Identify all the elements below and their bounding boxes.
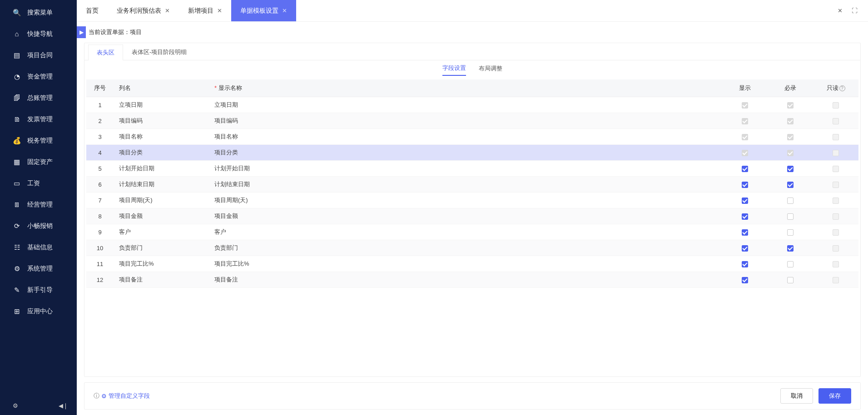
checkbox[interactable] bbox=[742, 182, 748, 188]
table-row[interactable]: 12项目备注项目备注 bbox=[86, 272, 858, 288]
panel-tab-0[interactable]: 表头区 bbox=[88, 44, 123, 60]
fields-table: 序号 列名 显示名称 显示 必录 只读? 1立项日期立项日期2项目编码项目编码3… bbox=[86, 79, 858, 288]
cell-display[interactable]: 项目名称 bbox=[209, 129, 722, 145]
checkbox[interactable] bbox=[742, 245, 748, 252]
cell-seq: 6 bbox=[86, 177, 114, 193]
sidebar-item-0[interactable]: 🔍搜索菜单 bbox=[0, 2, 77, 23]
cell-required bbox=[768, 240, 813, 256]
save-button[interactable]: 保存 bbox=[818, 388, 851, 404]
table-row[interactable]: 6计划结束日期计划结束日期 bbox=[86, 177, 858, 193]
footer: ⓘ ⚙管理自定义字段 取消 保存 bbox=[84, 382, 861, 410]
table-row[interactable]: 1立项日期立项日期 bbox=[86, 97, 858, 113]
sub-tab-0[interactable]: 字段设置 bbox=[442, 64, 466, 76]
checkbox[interactable] bbox=[787, 245, 794, 252]
sidebar-item-label: 工资 bbox=[27, 179, 40, 188]
checkbox[interactable] bbox=[742, 277, 748, 283]
sidebar-icon: 💰 bbox=[13, 137, 21, 145]
tab-3[interactable]: 单据模板设置✕ bbox=[231, 0, 296, 21]
cell-name: 项目编码 bbox=[114, 113, 209, 129]
checkbox[interactable] bbox=[787, 166, 794, 172]
sidebar-item-1[interactable]: ⌂快捷导航 bbox=[0, 23, 77, 44]
table-row[interactable]: 4项目分类项目分类 bbox=[86, 145, 858, 161]
help-icon[interactable]: ? bbox=[839, 85, 845, 91]
checkbox[interactable] bbox=[787, 277, 794, 283]
cell-required bbox=[768, 145, 813, 161]
checkbox bbox=[833, 134, 839, 140]
sidebar-item-3[interactable]: ◔资金管理 bbox=[0, 66, 77, 87]
collapse-icon[interactable]: ◀❘ bbox=[59, 402, 66, 410]
checkbox[interactable] bbox=[742, 213, 748, 220]
fullscreen-icon[interactable]: ⛶ bbox=[848, 5, 861, 17]
table-row[interactable]: 5计划开始日期计划开始日期 bbox=[86, 161, 858, 177]
checkbox[interactable] bbox=[742, 229, 748, 236]
sidebar-item-6[interactable]: 💰税务管理 bbox=[0, 130, 77, 151]
checkbox[interactable] bbox=[742, 198, 748, 204]
cell-display[interactable]: 立项日期 bbox=[209, 97, 722, 113]
sidebar-item-9[interactable]: 🗏经营管理 bbox=[0, 194, 77, 215]
settings-icon[interactable]: ⚙ bbox=[13, 402, 20, 410]
table-row[interactable]: 2项目编码项目编码 bbox=[86, 113, 858, 129]
checkbox[interactable] bbox=[742, 166, 748, 172]
table-row[interactable]: 10负责部门负责部门 bbox=[86, 240, 858, 256]
checkbox[interactable] bbox=[787, 261, 794, 267]
sidebar-item-10[interactable]: ⟳小畅报销 bbox=[0, 215, 77, 237]
table-row[interactable]: 9客户客户 bbox=[86, 224, 858, 240]
tab-1[interactable]: 业务利润预估表✕ bbox=[108, 0, 179, 21]
cell-name: 项目分类 bbox=[114, 145, 209, 161]
checkbox[interactable] bbox=[787, 229, 794, 236]
tab-2[interactable]: 新增项目✕ bbox=[179, 0, 231, 21]
tab-label: 业务利润预估表 bbox=[117, 7, 161, 15]
sidebar-item-8[interactable]: ▭工资 bbox=[0, 173, 77, 194]
panel-tab-1[interactable]: 表体区-项目阶段明细 bbox=[123, 44, 195, 60]
tab-0[interactable]: 首页 bbox=[77, 0, 108, 21]
close-icon[interactable]: ✕ bbox=[217, 7, 222, 14]
sidebar-item-5[interactable]: 🗎发票管理 bbox=[0, 109, 77, 130]
sidebar: 🔍搜索菜单⌂快捷导航▤项目合同◔资金管理🗐总账管理🗎发票管理💰税务管理▦固定资产… bbox=[0, 0, 77, 415]
table-row[interactable]: 11项目完工比%项目完工比% bbox=[86, 256, 858, 272]
sidebar-item-2[interactable]: ▤项目合同 bbox=[0, 44, 77, 66]
sidebar-icon: ⟳ bbox=[13, 222, 21, 230]
checkbox[interactable] bbox=[787, 182, 794, 188]
checkbox[interactable] bbox=[787, 213, 794, 220]
cell-display[interactable]: 负责部门 bbox=[209, 240, 722, 256]
sidebar-icon: ⊞ bbox=[13, 307, 21, 316]
cell-required bbox=[768, 208, 813, 224]
cancel-button[interactable]: 取消 bbox=[780, 388, 813, 404]
manage-custom-fields-link[interactable]: ⚙管理自定义字段 bbox=[101, 392, 150, 400]
sidebar-item-14[interactable]: ⊞应用中心 bbox=[0, 301, 77, 322]
cell-display[interactable]: 项目分类 bbox=[209, 145, 722, 161]
cell-display[interactable]: 项目周期(天) bbox=[209, 193, 722, 208]
cell-display[interactable]: 项目编码 bbox=[209, 113, 722, 129]
cell-readonly bbox=[813, 193, 858, 208]
checkbox[interactable] bbox=[787, 198, 794, 204]
checkbox[interactable] bbox=[742, 261, 748, 267]
table-row[interactable]: 3项目名称项目名称 bbox=[86, 129, 858, 145]
help-icon[interactable]: ⓘ bbox=[94, 392, 99, 400]
close-icon[interactable]: ✕ bbox=[165, 7, 170, 14]
sidebar-item-12[interactable]: ⚙系统管理 bbox=[0, 258, 77, 279]
sidebar-icon: ⚙ bbox=[13, 265, 21, 273]
sidebar-item-11[interactable]: ☷基础信息 bbox=[0, 237, 77, 258]
badge-arrow-icon: ▶ bbox=[77, 26, 86, 38]
checkbox bbox=[742, 118, 748, 124]
cell-display[interactable]: 客户 bbox=[209, 224, 722, 240]
close-all-icon[interactable]: ✕ bbox=[833, 5, 846, 17]
sidebar-item-label: 新手引导 bbox=[27, 286, 53, 294]
cell-display[interactable]: 项目金额 bbox=[209, 208, 722, 224]
cell-seq: 4 bbox=[86, 145, 114, 161]
cell-show bbox=[722, 240, 768, 256]
sidebar-icon: 🗐 bbox=[13, 94, 21, 102]
checkbox bbox=[833, 150, 839, 156]
cell-display[interactable]: 计划开始日期 bbox=[209, 161, 722, 177]
sidebar-item-7[interactable]: ▦固定资产 bbox=[0, 151, 77, 173]
table-row[interactable]: 7项目周期(天)项目周期(天) bbox=[86, 193, 858, 208]
col-display: 显示名称 bbox=[209, 79, 722, 97]
sub-tab-1[interactable]: 布局调整 bbox=[479, 64, 502, 75]
sidebar-item-4[interactable]: 🗐总账管理 bbox=[0, 87, 77, 109]
table-row[interactable]: 8项目金额项目金额 bbox=[86, 208, 858, 224]
close-icon[interactable]: ✕ bbox=[282, 7, 287, 14]
cell-display[interactable]: 项目完工比% bbox=[209, 256, 722, 272]
cell-display[interactable]: 项目备注 bbox=[209, 272, 722, 288]
cell-display[interactable]: 计划结束日期 bbox=[209, 177, 722, 193]
sidebar-item-13[interactable]: ✎新手引导 bbox=[0, 279, 77, 301]
